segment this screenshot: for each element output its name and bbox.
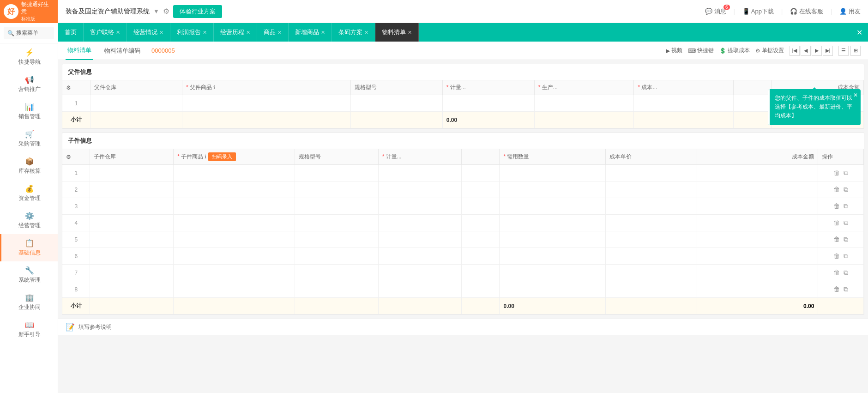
child-col-gear[interactable]: ⚙ — [62, 149, 90, 165]
logo-icon: 好 — [4, 4, 18, 19]
copy-row-icon[interactable]: ⧉ — [844, 219, 848, 227]
child-col-cost-amount: 成本金额 — [697, 149, 818, 165]
parent-col-empty — [734, 80, 772, 95]
nav-next-button[interactable]: ▶ — [812, 46, 822, 56]
copy-row-icon[interactable]: ⧉ — [844, 236, 848, 243]
search-menu-button[interactable]: 🔍 搜索菜单 — [4, 27, 54, 39]
tab-home[interactable]: 首页 — [58, 23, 84, 42]
online-service-button[interactable]: 🎧 在线客服 — [790, 7, 823, 16]
tab-ops-history-close[interactable]: ✕ — [246, 30, 250, 36]
delete-row-icon[interactable]: 🗑 — [833, 219, 840, 227]
tab-add-goods[interactable]: 新增商品 ✕ — [289, 23, 332, 42]
close-all-tabs-button[interactable]: ✕ — [851, 28, 868, 37]
sidebar-item-purchase[interactable]: 🛒 采购管理 — [0, 125, 58, 152]
delete-row-icon[interactable]: 🗑 — [833, 269, 840, 277]
parent-table-row: 1 — [62, 95, 864, 112]
topbar-left: 装备及固定资产辅助管理系统 ▼ ⚙ 体验行业方案 — [66, 5, 222, 18]
system-dropdown-icon[interactable]: ▼ — [153, 8, 159, 15]
shortcut-button[interactable]: ⌨ 快捷键 — [688, 47, 714, 54]
user-avatar[interactable]: 👤 用友 — [839, 7, 861, 16]
tab-bom[interactable]: 物料清单 ✕ — [375, 23, 419, 42]
sub-tab-bom-code[interactable]: 物料清单编码 — [102, 42, 142, 60]
child-subtotal-row: 小计 0.00 0.00 — [62, 298, 864, 314]
tab-customer-close[interactable]: ✕ — [116, 30, 120, 36]
cost-tooltip: 您的父件、子件的成本取值可以选择【参考成本、最新进价、平均成本】 ✕ — [768, 89, 861, 125]
tab-add-goods-close[interactable]: ✕ — [321, 30, 325, 36]
copy-row-icon[interactable]: ⧉ — [844, 252, 848, 260]
tab-barcode-close[interactable]: ✕ — [364, 30, 368, 36]
nav-first-button[interactable]: |◀ — [790, 46, 800, 56]
delete-row-icon[interactable]: 🗑 — [833, 252, 840, 260]
doc-settings-button[interactable]: ⚙ 单据设置 — [755, 47, 784, 54]
tab-profit[interactable]: 利润报告 ✕ — [170, 23, 214, 42]
scan-input-button[interactable]: 扫码录入 — [208, 152, 236, 161]
sidebar-item-marketing[interactable]: 📢 营销推广 — [0, 71, 58, 98]
tooltip-close-button[interactable]: ✕ — [853, 91, 858, 100]
tab-profit-label: 利润报告 — [177, 28, 201, 36]
parent-col-producer: * 生产... — [534, 80, 634, 95]
sub-tab-bom-list[interactable]: 物料清单 — [66, 42, 93, 60]
ops-icon: ⚙️ — [25, 212, 34, 220]
copy-row-icon[interactable]: ⧉ — [844, 186, 848, 193]
sidebar-item-ops-label: 经营管理 — [18, 222, 41, 230]
grid-view-button[interactable]: ⊞ — [850, 46, 861, 56]
video-icon: ▶ — [666, 48, 670, 54]
tab-goods[interactable]: 商品 ✕ — [257, 23, 289, 42]
sidebar-item-basic[interactable]: 📋 基础信息 — [0, 234, 58, 261]
trial-button[interactable]: 体验行业方案 — [173, 5, 222, 18]
delete-row-icon[interactable]: 🗑 — [833, 186, 840, 193]
settings-gear-icon[interactable]: ⚙ — [163, 7, 169, 16]
parent-col-gear[interactable]: ⚙ — [62, 80, 90, 95]
shortcut-icon: ⌨ — [688, 48, 696, 54]
app-download-button[interactable]: 📱 App下载 — [742, 7, 774, 16]
sidebar-item-ops[interactable]: ⚙️ 经营管理 — [0, 207, 58, 234]
copy-row-icon[interactable]: ⧉ — [844, 169, 848, 177]
view-video-button[interactable]: ▶ 视频 — [666, 47, 682, 54]
sidebar-item-inventory[interactable]: 📦 库存核算 — [0, 152, 58, 180]
search-icon: 🔍 — [7, 30, 14, 36]
copy-row-icon[interactable]: ⧉ — [844, 269, 848, 277]
tab-ops-status-close[interactable]: ✕ — [159, 30, 163, 36]
sidebar-item-basic-label: 基础信息 — [18, 249, 41, 257]
sidebar-item-sales[interactable]: 📊 销售管理 — [0, 98, 58, 125]
extract-cost-button[interactable]: 💲 提取成本 — [719, 47, 750, 54]
parent-table: ⚙ 父件仓库 * 父件商品 ℹ 规格型号 * 计量... * 生产... * 成… — [62, 80, 864, 128]
sidebar-item-quick-nav[interactable]: ⚡ 快捷导航 — [0, 43, 58, 71]
parent-col-goods: * 父件商品 ℹ — [182, 80, 351, 95]
child-table-row: 7 🗑 ⧉ — [62, 265, 864, 281]
sidebar-item-guide[interactable]: 📖 新手引导 — [0, 316, 58, 343]
online-service-label: 在线客服 — [799, 8, 823, 15]
doc-settings-label: 单据设置 — [762, 47, 784, 54]
child-col-unit-cost: 成本单价 — [606, 149, 697, 165]
view-video-label: 视频 — [671, 47, 682, 54]
list-view-button[interactable]: ☰ — [838, 46, 849, 56]
tab-barcode[interactable]: 条码方案 ✕ — [332, 23, 375, 42]
delete-row-icon[interactable]: 🗑 — [833, 202, 840, 210]
child-section: 子件信息 ⚙ 子件仓库 * 子件商品 ℹ 扫码录入 规格型号 * 计量... *… — [62, 133, 864, 315]
view-toggle: ☰ ⊞ — [838, 46, 861, 56]
tab-goods-close[interactable]: ✕ — [277, 30, 282, 36]
shortcut-label: 快捷键 — [697, 47, 714, 54]
delete-row-icon[interactable]: 🗑 — [833, 236, 840, 243]
message-icon: 💬 — [705, 8, 712, 15]
nav-last-button[interactable]: ▶| — [823, 46, 833, 56]
tab-profit-close[interactable]: ✕ — [203, 30, 207, 36]
sidebar-item-system[interactable]: 🔧 系统管理 — [0, 261, 58, 289]
copy-row-icon[interactable]: ⧉ — [844, 202, 848, 210]
tab-customer[interactable]: 客户联络 ✕ — [84, 23, 127, 42]
message-button[interactable]: 💬 消息 6 — [705, 7, 726, 16]
sidebar-item-corp-label: 企业协同 — [18, 303, 41, 311]
tab-ops-status[interactable]: 经营情况 ✕ — [127, 23, 170, 42]
delete-row-icon[interactable]: 🗑 — [833, 285, 840, 293]
nav-prev-button[interactable]: ◀ — [801, 46, 811, 56]
sidebar-item-finance[interactable]: 💰 资金管理 — [0, 180, 58, 207]
parent-subtotal-row: 小计 0.00 0.00 — [62, 112, 864, 128]
sidebar-item-corp[interactable]: 🏢 企业协同 — [0, 289, 58, 316]
username-label: 用友 — [849, 8, 861, 15]
tab-ops-history[interactable]: 经营历程 ✕ — [214, 23, 257, 42]
page-content: 物料清单 物料清单编码 0000005 ▶ 视频 ⌨ 快捷键 — [58, 42, 868, 393]
delete-row-icon[interactable]: 🗑 — [833, 169, 840, 177]
copy-row-icon[interactable]: ⧉ — [844, 285, 848, 293]
tab-bom-close[interactable]: ✕ — [408, 30, 412, 36]
tooltip-text: 您的父件、子件的成本取值可以选择【参考成本、最新进价、平均成本】 — [775, 95, 852, 119]
